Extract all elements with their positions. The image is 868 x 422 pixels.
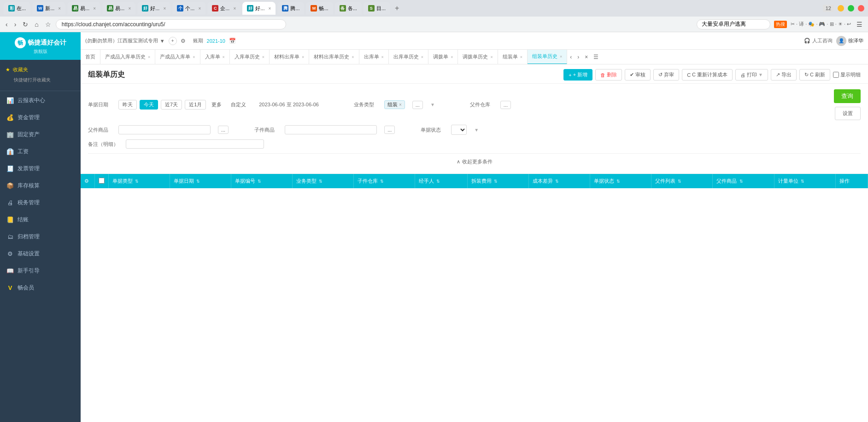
custom-date-button[interactable]: 自定义: [227, 100, 250, 109]
col-bill-status[interactable]: 单据状态 ⇅: [590, 174, 651, 188]
child-product-search-button[interactable]: ...: [384, 126, 395, 134]
browser-tab-6[interactable]: 个 个... ×: [172, 2, 205, 15]
col-parent-product[interactable]: 父件商品 ⇅: [713, 174, 774, 188]
add-company-button[interactable]: +: [169, 37, 177, 45]
browser-menu-button[interactable]: ☰: [855, 19, 864, 30]
tab-production-in-history[interactable]: 产成品入库单历史 ×: [100, 50, 155, 64]
back-button[interactable]: ‹: [4, 19, 10, 30]
forward-button[interactable]: ›: [12, 19, 18, 30]
browser-tab-10[interactable]: M 畅...: [306, 2, 333, 15]
collapse-button[interactable]: ∧ 收起更多条件: [88, 156, 861, 168]
col-child-warehouse[interactable]: 子件仓库 ⇅: [354, 174, 415, 188]
child-product-input[interactable]: [285, 125, 377, 134]
browser-tab-8[interactable]: 好 好... ×: [242, 2, 276, 15]
tab-stock-in-close[interactable]: ×: [223, 55, 225, 59]
tab-close-4[interactable]: ×: [128, 6, 131, 11]
tab-transfer[interactable]: 调拨单 ×: [428, 50, 458, 64]
query-button[interactable]: 查询: [834, 89, 861, 103]
biz-type-dropdown-button[interactable]: ...: [412, 101, 423, 109]
browser-tab-11[interactable]: 各 各...: [335, 2, 362, 15]
abandon-button[interactable]: ↺ 弃审: [653, 69, 679, 81]
col-unit[interactable]: 计量单位 ⇅: [774, 174, 835, 188]
1month-button[interactable]: 近1月: [185, 100, 206, 110]
tab-material-out-history[interactable]: 材料出库单历史 ×: [309, 50, 359, 64]
tab-next-button[interactable]: ›: [575, 54, 582, 60]
col-biz-type[interactable]: 业务类型 ⇅: [293, 174, 354, 188]
home-button[interactable]: ⌂: [33, 19, 40, 30]
sidebar-item-salary[interactable]: 👔 工资: [0, 143, 81, 160]
favorites-button[interactable]: ★ 收藏夹: [6, 64, 75, 76]
tab-assembly-history[interactable]: 组装单历史 ×: [528, 50, 567, 64]
tab-menu-button[interactable]: ☰: [591, 54, 601, 60]
col-handler[interactable]: 经手人 ⇅: [415, 174, 467, 188]
address-input[interactable]: [56, 19, 286, 29]
close-button[interactable]: [858, 5, 864, 12]
browser-tab-5[interactable]: 好 好... ×: [137, 2, 170, 15]
tab-stock-in-history-close[interactable]: ×: [262, 55, 264, 59]
tab-material-out-history-close[interactable]: ×: [352, 55, 354, 59]
show-detail-checkbox-label[interactable]: 显示明细: [833, 71, 861, 78]
col-bill-type[interactable]: 单据类型 ⇅: [108, 174, 170, 188]
sidebar-item-assets[interactable]: 🏢 固定资产: [0, 126, 81, 143]
new-tab-button[interactable]: +: [392, 4, 402, 12]
sidebar-item-closing[interactable]: 📒 结账: [0, 211, 81, 228]
approve-button[interactable]: ✔ 审核: [625, 69, 651, 81]
today-button[interactable]: 今天: [140, 100, 158, 110]
tab-close-2[interactable]: ×: [58, 6, 61, 11]
tab-production-in[interactable]: 产成品入库单 ×: [155, 50, 200, 64]
tab-assembly-history-close[interactable]: ×: [560, 54, 562, 59]
tab-close-7[interactable]: ×: [233, 6, 236, 11]
note-input[interactable]: [126, 139, 264, 149]
show-detail-checkbox[interactable]: [833, 72, 839, 78]
tab-transfer-close[interactable]: ×: [451, 55, 453, 59]
tab-material-out-close[interactable]: ×: [302, 55, 304, 59]
new-button[interactable]: + + 新增: [563, 69, 592, 81]
yesterday-button[interactable]: 昨天: [118, 100, 137, 110]
refresh-button[interactable]: ↻ C 刷新: [799, 69, 830, 81]
col-parent-list[interactable]: 父件列表 ⇅: [651, 174, 713, 188]
tab-production-in-history-close[interactable]: ×: [148, 55, 150, 59]
browser-tab-12[interactable]: S 目...: [364, 2, 390, 15]
sidebar-item-inventory[interactable]: 📦 库存核算: [0, 177, 81, 194]
tab-close-6[interactable]: ×: [198, 6, 201, 11]
tab-production-in-close[interactable]: ×: [193, 55, 195, 59]
tab-assembly-close[interactable]: ×: [520, 55, 522, 59]
sidebar-item-funds[interactable]: 💰 资金管理: [0, 109, 81, 126]
tab-close-3[interactable]: ×: [93, 6, 96, 11]
bookmark-button[interactable]: ☆: [43, 19, 53, 30]
col-bill-date[interactable]: 单据日期 ⇅: [170, 174, 231, 188]
col-settings[interactable]: ⚙: [81, 174, 94, 188]
reload-button[interactable]: ↻: [21, 19, 30, 30]
delete-button[interactable]: 🗑 删除: [595, 69, 622, 81]
browser-tab-9[interactable]: 腾 腾...: [277, 2, 304, 15]
tab-close-8[interactable]: ×: [268, 6, 271, 11]
sidebar-item-reports[interactable]: 📊 云报表中心: [0, 92, 81, 109]
consult-button[interactable]: 🎧 人工咨询: [804, 37, 833, 44]
col-cost-diff[interactable]: 成本差异 ⇅: [528, 174, 590, 188]
tab-stock-in[interactable]: 入库单 ×: [200, 50, 230, 64]
tab-stock-out[interactable]: 出库单 ×: [359, 50, 389, 64]
tab-stock-in-history[interactable]: 入库单历史 ×: [230, 50, 270, 64]
tab-material-out[interactable]: 材料出库单 ×: [270, 50, 309, 64]
7days-button[interactable]: 近7天: [161, 100, 182, 110]
browser-tab-3[interactable]: 易 易... ×: [67, 2, 100, 15]
tab-transfer-history[interactable]: 调拨单历史 ×: [458, 50, 498, 64]
browser-tab-1[interactable]: 彩 在...: [4, 2, 30, 15]
user-info[interactable]: 👤 徐泽华: [836, 36, 863, 46]
sidebar-item-guide[interactable]: 📖 新手引导: [0, 262, 81, 279]
parent-warehouse-button[interactable]: ...: [500, 101, 511, 109]
parent-product-search-button[interactable]: ...: [218, 126, 229, 134]
sidebar-item-tax[interactable]: 🖨 税务管理: [0, 194, 81, 211]
calendar-icon[interactable]: 📅: [229, 38, 236, 44]
company-selector[interactable]: (勿删勿禁用）江西服宝测试专用 ▼: [85, 37, 165, 44]
bill-status-select[interactable]: [451, 125, 467, 135]
sidebar-item-archive[interactable]: 🗂 归档管理: [0, 228, 81, 245]
recalculate-button[interactable]: C C 重新计算成本: [682, 69, 733, 81]
parent-product-input[interactable]: [118, 125, 211, 134]
tab-stock-out-history[interactable]: 出库单历史 ×: [389, 50, 428, 64]
filter-settings-button[interactable]: 设置: [835, 107, 861, 120]
col-checkbox[interactable]: [94, 174, 108, 188]
browser-tab-7[interactable]: C 企... ×: [207, 2, 240, 15]
sidebar-item-settings[interactable]: ⚙ 基础设置: [0, 245, 81, 262]
col-bill-no[interactable]: 单据编号 ⇅: [231, 174, 292, 188]
